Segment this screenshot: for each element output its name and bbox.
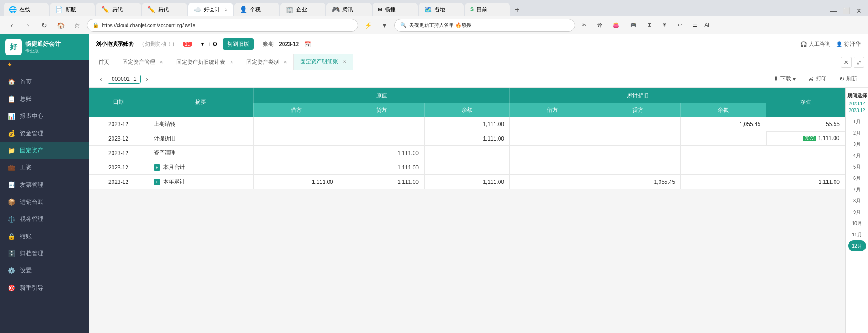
sidebar-item-general-ledger[interactable]: 📋 总账 xyxy=(0,90,89,108)
page-tab-depreciation-stats[interactable]: 固定资产折旧统计表 ✕ xyxy=(170,54,240,70)
month-item-6[interactable]: 6月 xyxy=(848,173,866,183)
user-profile-button[interactable]: 👤 徐泽华 xyxy=(836,40,861,48)
browser-tab-tencent[interactable]: 🎮 腾讯 xyxy=(326,3,372,16)
scissors-button[interactable]: ✂ xyxy=(579,19,590,31)
back-button[interactable]: ‹ xyxy=(5,19,18,32)
page-tab-home[interactable]: 首页 xyxy=(92,54,116,70)
settings-icon: ⚙️ xyxy=(7,267,15,275)
guide-icon: 🎯 xyxy=(7,284,15,292)
refresh-nav-button[interactable]: ↻ xyxy=(38,19,51,32)
prev-asset-button[interactable]: ‹ xyxy=(96,74,106,84)
month-item-7[interactable]: 7月 xyxy=(848,184,866,195)
support-button[interactable]: 🎧 人工咨询 xyxy=(800,40,830,48)
months-container: 1月2月3月4月5月6月7月8月9月10月11月12月 xyxy=(848,116,866,251)
period-date-2[interactable]: 2023.12 xyxy=(849,108,865,113)
wallet-button[interactable]: 👛 xyxy=(609,19,623,31)
month-item-8[interactable]: 8月 xyxy=(848,195,866,206)
tab-add-button[interactable]: + xyxy=(511,4,524,16)
settings-icon[interactable]: ⚙ xyxy=(212,41,217,47)
next-asset-button[interactable]: › xyxy=(142,74,152,84)
period-date-1[interactable]: 2023.12 xyxy=(849,101,865,107)
page-tab-close-icon[interactable]: ✕ xyxy=(283,60,287,65)
sidebar-item-tax[interactable]: ⚖️ 税务管理 xyxy=(0,211,89,228)
brightness-button[interactable]: ☀ xyxy=(659,19,670,31)
month-item-2[interactable]: 2月 xyxy=(848,127,866,138)
sidebar-item-invoice[interactable]: 🧾 发票管理 xyxy=(0,176,89,193)
sidebar-item-closing[interactable]: 🔒 结账 xyxy=(0,228,89,245)
page-tab-asset-detail-ledger[interactable]: 固定资产明细账 ✕ xyxy=(294,54,353,70)
page-tab-close-icon[interactable]: ✕ xyxy=(343,59,346,64)
month-item-3[interactable]: 3月 xyxy=(848,139,866,150)
month-item-5[interactable]: 5月 xyxy=(848,161,866,172)
game-button[interactable]: 🎮 xyxy=(627,19,640,31)
tab-icon: ✏️ xyxy=(147,6,155,13)
browser-tab-gedi[interactable]: 🗺️ 各地 xyxy=(419,3,464,16)
month-item-10[interactable]: 10月 xyxy=(848,218,866,229)
download-button[interactable]: ⬇ 下载 ▾ xyxy=(770,73,799,84)
month-item-9[interactable]: 9月 xyxy=(848,206,866,217)
close-button[interactable]: ✕ xyxy=(854,5,864,16)
sidebar-item-funds[interactable]: 💰 资金管理 xyxy=(0,125,89,142)
forward-button[interactable]: › xyxy=(22,19,34,32)
cell-date: 2023-12 xyxy=(89,175,148,189)
url-input[interactable]: 🔒 https://cloud.chanjet.com/accounting/u… xyxy=(87,19,358,32)
sidebar-label-funds: 资金管理 xyxy=(20,129,43,137)
month-item-11[interactable]: 11月 xyxy=(848,229,866,240)
calendar-icon[interactable]: 📅 xyxy=(304,41,311,47)
dropdown-button[interactable]: ▾ xyxy=(378,19,391,32)
download-icon: ⬇ xyxy=(774,75,778,82)
cell-summary: + 本年累计 xyxy=(148,175,253,189)
table-row: 2023-12 计提折旧 1,111.00 2023 1,111.00 xyxy=(89,131,845,146)
refresh-button[interactable]: ↻ 刷新 xyxy=(836,73,861,84)
sidebar-item-inventory[interactable]: 📦 进销台账 xyxy=(0,193,89,211)
sidebar-item-archive[interactable]: 🗄️ 归档管理 xyxy=(0,245,89,262)
browser-tab-new[interactable]: 📄 新版 xyxy=(50,3,95,16)
page-tab-close-icon[interactable]: ✕ xyxy=(160,60,163,65)
browser-tab-yidai1[interactable]: ✏️ 易代 xyxy=(96,3,141,16)
browser-tab-haokuaiji[interactable]: ☁️ 好会计 ✕ xyxy=(188,3,233,16)
browser-tab-qiye[interactable]: 🏢 企业 xyxy=(280,3,326,16)
maximize-button[interactable]: ⬜ xyxy=(841,5,852,16)
grid-button[interactable]: ⊞ xyxy=(644,19,655,31)
table-row: 2023-12 + 本月合计 1,111.00 xyxy=(89,160,845,175)
add-icon[interactable]: + xyxy=(208,41,211,47)
sidebar-item-settings[interactable]: ⚙️ 设置 xyxy=(0,262,89,279)
sidebar-item-home[interactable]: 🏠 首页 xyxy=(0,73,89,90)
month-item-12[interactable]: 12月 xyxy=(848,240,866,251)
browser-tab-changjie[interactable]: M 畅捷 xyxy=(373,3,418,16)
extensions-button[interactable]: ⚡ xyxy=(362,19,374,32)
expand-tab-button[interactable]: ⤢ xyxy=(854,57,864,68)
month-item-4[interactable]: 4月 xyxy=(848,150,866,161)
sidebar-item-guide[interactable]: 🎯 新手引导 xyxy=(0,279,89,296)
minimize-button[interactable]: — xyxy=(828,5,839,16)
asset-number-text: 000001 xyxy=(112,76,130,82)
tab-close-icon[interactable]: ✕ xyxy=(224,7,228,12)
header-summary: 摘要 xyxy=(148,88,253,117)
month-item-1[interactable]: 1月 xyxy=(848,116,866,127)
undo-button[interactable]: ↩ xyxy=(674,19,685,31)
search-bar[interactable]: 🔍 央视更新主持人名单 🔥热搜 xyxy=(394,19,575,32)
menu-button[interactable]: ☰ xyxy=(689,19,701,31)
bookmark-button[interactable]: ☆ xyxy=(71,19,83,32)
table-row: 2023-12 资产清理 1,111.00 xyxy=(89,146,845,160)
browser-tab-muqian[interactable]: S 目前 xyxy=(465,3,510,16)
sidebar-item-reports[interactable]: 📊 报表中心 xyxy=(0,108,89,125)
browser-tab-online[interactable]: 🌐 在线 xyxy=(4,3,49,16)
dropdown-icon[interactable]: ▾ xyxy=(201,41,204,47)
browser-tab-geshui[interactable]: 👤 个税 xyxy=(234,3,279,16)
page-tab-close-icon[interactable]: ✕ xyxy=(230,60,233,65)
username-label: 徐泽华 xyxy=(844,40,861,48)
page-tab-detail-label: 固定资产明细账 xyxy=(300,58,338,66)
sidebar-item-fixed-assets[interactable]: 📁 固定资产 xyxy=(0,142,89,159)
cell-depr-debit xyxy=(510,117,595,131)
close-all-tabs-button[interactable]: ✕ xyxy=(841,57,852,68)
page-tab-asset-category[interactable]: 固定资产类别 ✕ xyxy=(240,54,294,70)
browser-tab-yidai2[interactable]: ✏️ 易代 xyxy=(142,3,187,16)
cell-depr-balance xyxy=(681,146,766,160)
print-button[interactable]: 🖨 打印 xyxy=(805,73,830,84)
translate-button[interactable]: 译 xyxy=(594,19,606,31)
switch-old-version-button[interactable]: 切到旧版 xyxy=(223,38,254,50)
page-tab-fixed-assets-mgmt[interactable]: 固定资产管理 ✕ xyxy=(116,54,170,70)
sidebar-item-salary[interactable]: 💼 工资 xyxy=(0,159,89,176)
home-nav-button[interactable]: 🏠 xyxy=(54,19,67,32)
